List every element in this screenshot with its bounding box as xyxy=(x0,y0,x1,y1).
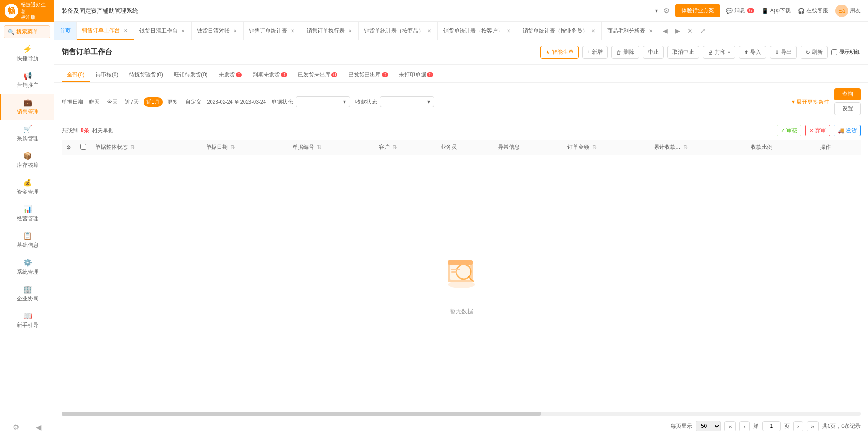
current-page-input[interactable] xyxy=(762,421,781,431)
search-menu-button[interactable]: 🔍 搜索菜单 xyxy=(4,25,50,38)
tab-summary-staff-close[interactable]: ✕ xyxy=(590,28,596,34)
subtab-shipped-not-out[interactable]: 已发货未出库0 xyxy=(293,68,343,82)
collapse-icon[interactable]: ◀ xyxy=(36,423,41,431)
delete-btn[interactable]: 🗑 删除 xyxy=(611,46,639,59)
last-page-btn[interactable]: » xyxy=(807,421,818,431)
subtab-shipped-out[interactable]: 已发货已出库0 xyxy=(343,68,393,82)
export-btn[interactable]: ⬇ 导出 xyxy=(770,46,797,59)
tab-sales-stats[interactable]: 销售订单统计表 ✕ xyxy=(244,22,301,40)
industry-btn[interactable]: 体验行业方案 xyxy=(675,4,720,17)
amount-sort-icon[interactable]: ⇅ xyxy=(592,144,597,150)
tab-home[interactable]: 首页 xyxy=(54,22,77,40)
date-sort-icon[interactable]: ⇅ xyxy=(230,144,235,150)
tab-cash-clear-close[interactable]: ✕ xyxy=(180,28,186,34)
subtab-pending-inspect[interactable]: 待拣货验货(0) xyxy=(124,68,168,82)
tab-close-all[interactable]: ✕ xyxy=(684,22,696,40)
smart-create-btn[interactable]: ★ 智能生单 xyxy=(540,46,579,59)
topbar-setting-icon[interactable]: ⚙ xyxy=(663,6,670,15)
select-all-checkbox[interactable] xyxy=(80,144,86,150)
sidebar-item-marketing[interactable]: 📢 营销推广 xyxy=(0,67,54,94)
number-sort-icon[interactable]: ⇅ xyxy=(317,144,321,150)
show-detail-input[interactable] xyxy=(831,49,837,55)
tab-cash-clear[interactable]: 钱货日清工作台 ✕ xyxy=(134,22,192,40)
sidebar-item-purchase[interactable]: 🛒 采购管理 xyxy=(0,120,54,147)
date-opt-more[interactable]: 更多 xyxy=(164,97,181,107)
date-opt-yesterday[interactable]: 昨天 xyxy=(86,97,102,107)
date-opt-1month[interactable]: 近1月 xyxy=(144,97,163,107)
show-detail-checkbox[interactable]: 显示明细 xyxy=(831,48,861,56)
tab-sales-summary-customer[interactable]: 销货单统计表（按客户） ✕ xyxy=(438,22,517,40)
collected-sort-icon[interactable]: ⇅ xyxy=(683,144,688,150)
tab-nav-prev[interactable]: ◀ xyxy=(659,22,671,40)
tab-sales-exec[interactable]: 销售订单执行表 ✕ xyxy=(301,22,359,40)
date-opt-today[interactable]: 今天 xyxy=(104,97,120,107)
guide-icon: 📖 xyxy=(23,312,32,320)
col-checkbox[interactable] xyxy=(76,140,91,155)
sidebar-item-quick[interactable]: ⚡ 快捷导航 xyxy=(0,40,54,67)
subtab-wang-pending[interactable]: 旺铺待发货(0) xyxy=(168,68,213,82)
tab-sales-stats-close[interactable]: ✕ xyxy=(290,28,295,34)
prev-page-btn[interactable]: ‹ xyxy=(739,421,749,431)
settings-bottom-icon[interactable]: ⚙ xyxy=(13,423,19,431)
query-btn[interactable]: 查询 xyxy=(834,88,861,100)
cancel-suspend-btn[interactable]: 取消中止 xyxy=(667,46,699,59)
suspend-btn[interactable]: 中止 xyxy=(643,46,664,59)
user-btn[interactable]: Ea 用友 xyxy=(835,5,861,17)
col-settings[interactable]: ⚙ xyxy=(62,140,76,155)
refresh-btn[interactable]: ↻ 刷新 xyxy=(801,46,828,59)
sidebar-item-inventory[interactable]: 📦 库存核算 xyxy=(0,147,54,174)
col-settings-icon[interactable]: ⚙ xyxy=(66,144,71,151)
batch-cancel-audit-btn[interactable]: ✕ 弃审 xyxy=(805,125,830,136)
sidebar-item-sales[interactable]: 💼 销售管理 xyxy=(0,94,54,120)
sidebar-search[interactable]: 🔍 搜索菜单 xyxy=(0,22,54,40)
app-icon: 📱 xyxy=(762,8,768,14)
add-btn[interactable]: + 新增 xyxy=(582,46,608,59)
sidebar-item-enterprise[interactable]: 🏢 企业协同 xyxy=(0,280,54,307)
import-btn[interactable]: ⬆ 导入 xyxy=(739,46,766,59)
sidebar-item-operation[interactable]: 📊 经营管理 xyxy=(0,200,54,227)
scrollbar-thumb[interactable] xyxy=(62,412,541,416)
tab-gross-profit-close[interactable]: ✕ xyxy=(648,28,653,34)
expand-conditions-btn[interactable]: ▾ 展开更多条件 xyxy=(792,98,829,106)
tab-gross-profit[interactable]: 商品毛利分析表 ✕ xyxy=(602,22,659,40)
tab-maximize[interactable]: ⤢ xyxy=(696,22,709,40)
status-sort-icon[interactable]: ⇅ xyxy=(130,144,135,150)
tab-cash-reconcile-close[interactable]: ✕ xyxy=(232,28,238,34)
topbar-dropdown[interactable]: ▾ xyxy=(655,8,658,14)
batch-ship-btn[interactable]: 🚚 发货 xyxy=(834,125,861,136)
page-size-select[interactable]: 10 20 50 100 xyxy=(696,421,721,431)
subtab-pending-audit[interactable]: 待审核(0) xyxy=(90,68,124,82)
subtab-overdue-not-shipped[interactable]: 到期未发货0 xyxy=(247,68,293,82)
subtab-not-printed[interactable]: 未打印单据0 xyxy=(393,68,439,82)
tab-summary-product-close[interactable]: ✕ xyxy=(427,28,432,34)
horizontal-scrollbar[interactable] xyxy=(62,412,861,416)
sidebar-item-system[interactable]: ⚙️ 系统管理 xyxy=(0,254,54,280)
tab-nav-next[interactable]: ▶ xyxy=(671,22,684,40)
next-page-btn[interactable]: › xyxy=(793,421,803,431)
sidebar-item-basic[interactable]: 📋 基础信息 xyxy=(0,227,54,254)
tab-sales-exec-close[interactable]: ✕ xyxy=(347,28,353,34)
tab-sales-summary-staff[interactable]: 销货单统计表（按业务员） ✕ xyxy=(517,22,602,40)
batch-audit-btn[interactable]: ✓ 审核 xyxy=(777,125,801,136)
status-select[interactable]: ▾ xyxy=(296,96,350,107)
tab-sales-summary-product[interactable]: 销货单统计表（按商品） ✕ xyxy=(359,22,438,40)
set-btn[interactable]: 设置 xyxy=(834,102,861,115)
date-opt-custom[interactable]: 自定义 xyxy=(182,97,204,107)
payment-select[interactable]: ▾ xyxy=(380,96,434,107)
customer-sort-icon[interactable]: ⇅ xyxy=(393,144,397,150)
message-btn[interactable]: 💬 消息 6 xyxy=(726,7,754,14)
subtab-all[interactable]: 全部(0) xyxy=(62,68,90,82)
sidebar-item-finance[interactable]: 💰 资金管理 xyxy=(0,174,54,200)
first-page-btn[interactable]: « xyxy=(724,421,736,431)
date-opt-7days[interactable]: 近7天 xyxy=(122,97,142,107)
app-download-btn[interactable]: 📱 App下载 xyxy=(762,7,791,14)
print-btn[interactable]: 🖨 打印 ▾ xyxy=(703,46,735,59)
tab-sales-workbench[interactable]: 销售订单工作台 ✕ xyxy=(77,22,134,40)
tabbar: 首页 销售订单工作台 ✕ 钱货日清工作台 ✕ 钱货日清对账 ✕ 销售订单统计表 … xyxy=(54,22,868,40)
tab-sales-workbench-close[interactable]: ✕ xyxy=(123,27,128,34)
tab-cash-reconcile[interactable]: 钱货日清对账 ✕ xyxy=(192,22,244,40)
sidebar-item-guide[interactable]: 📖 新手引导 xyxy=(0,307,54,334)
subtab-not-shipped[interactable]: 未发货0 xyxy=(213,68,248,82)
service-btn[interactable]: 🎧 在线客服 xyxy=(798,7,828,14)
tab-summary-customer-close[interactable]: ✕ xyxy=(506,28,511,34)
